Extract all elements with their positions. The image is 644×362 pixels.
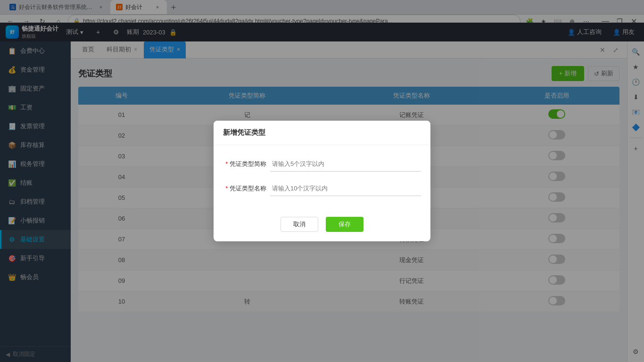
name-label: 凭证类型名称 <box>223 184 270 193</box>
short-label: 凭证类型简称 <box>223 160 270 168</box>
name-input[interactable] <box>270 181 421 196</box>
dialog-footer: 取消 保存 <box>214 213 430 241</box>
save-button[interactable]: 保存 <box>326 217 363 232</box>
form-row-short: 凭证类型简称 <box>223 156 421 172</box>
dialog-body: 凭证类型简称 凭证类型名称 <box>214 145 430 213</box>
dialog-overlay: 新增凭证类型 凭证类型简称 凭证类型名称 取消 保存 <box>0 0 644 362</box>
dialog-title: 新增凭证类型 <box>223 128 265 136</box>
cancel-button[interactable]: 取消 <box>281 217 318 232</box>
short-input[interactable] <box>270 156 421 172</box>
dialog-header: 新增凭证类型 <box>214 121 430 145</box>
form-row-name: 凭证类型名称 <box>223 181 421 196</box>
new-voucher-dialog: 新增凭证类型 凭证类型简称 凭证类型名称 取消 保存 <box>214 121 430 241</box>
